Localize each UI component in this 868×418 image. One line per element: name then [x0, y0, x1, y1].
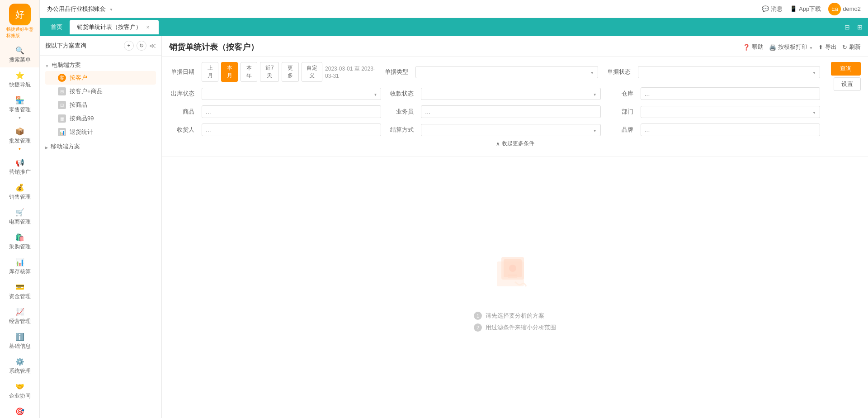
- date-label: 单据日期: [169, 68, 194, 76]
- sidebar-item-basic[interactable]: ℹ️ 基础信息: [0, 329, 39, 354]
- scheme-item-by-product[interactable]: ⊡ 按商品: [45, 98, 156, 112]
- desktop-group-chevron: [45, 62, 49, 69]
- ecommerce-icon: 🛒: [15, 208, 24, 217]
- by-customer-product-icon: ⊞: [58, 87, 66, 95]
- sidebar-item-marketing[interactable]: 📢 营销推广: [0, 155, 39, 180]
- sidebar: 好 畅捷通好生意 标账版 🔍 搜索菜单 ⭐ 快捷导航 🏪 零售管理 📦 批发管理…: [0, 0, 40, 418]
- empty-icon: [488, 243, 542, 306]
- app-selector[interactable]: 办公用品行业模拟账套: [47, 5, 106, 13]
- print-icon: 🖨️: [769, 44, 776, 51]
- export-icon: ⬆: [818, 44, 823, 51]
- payment-method-select[interactable]: [421, 124, 600, 136]
- tab-sales-stat[interactable]: 销货单统计表（按客户） ×: [70, 20, 159, 34]
- payment-method-label: 结算方式: [388, 126, 414, 134]
- filter-area: 单据日期 上月 本月 本年 近7天 更多 自定义 2023-03-01 至 20…: [162, 57, 868, 157]
- wholesale-chevron: [18, 146, 22, 151]
- last7-button[interactable]: 近7天: [260, 62, 279, 82]
- cooperation-icon: 🤝: [15, 382, 24, 391]
- brand-label: 品牌: [608, 126, 633, 134]
- sidebar-item-finance[interactable]: 💳 资金管理: [0, 279, 39, 304]
- doc-type-chevron: [590, 69, 594, 76]
- doc-type-select[interactable]: [415, 66, 598, 78]
- help-button[interactable]: ❓ 帮助: [743, 43, 764, 51]
- tab-maximize-button[interactable]: ⊞: [855, 22, 864, 33]
- sidebar-item-wholesale[interactable]: 📦 批发管理: [0, 124, 39, 155]
- sidebar-item-operation[interactable]: 📈 经营管理: [0, 304, 39, 329]
- logo-text: 畅捷通好生意 标账版: [6, 26, 33, 39]
- desktop-scheme-group: 电脑端方案 客 按客户 ⊞ 按客户+商品 ⊡ 按商品 ▦: [45, 59, 156, 139]
- product-label: 商品: [169, 108, 194, 116]
- receive-status-select[interactable]: [421, 88, 600, 100]
- sidebar-item-purchase[interactable]: 🛍️ 采购管理: [0, 229, 39, 254]
- collapse-conditions-button[interactable]: ∧ 收起更多条件: [169, 136, 861, 151]
- warehouse-label: 仓库: [608, 90, 633, 98]
- settings-button[interactable]: 设置: [834, 77, 861, 91]
- message-button[interactable]: 💬 消息: [762, 5, 783, 13]
- empty-state: 1 请先选择要分析的方案 2 用过滤条件来缩小分析范围: [162, 157, 868, 418]
- print-button[interactable]: 🖨️ 按模板打印: [769, 43, 813, 51]
- receive-status-label: 收款状态: [388, 90, 414, 98]
- dept-label: 部门: [608, 108, 633, 116]
- sidebar-item-retail[interactable]: 🏪 零售管理: [0, 92, 39, 124]
- mobile-group-header[interactable]: 移动端方案: [45, 141, 156, 152]
- tab-home[interactable]: 首页: [43, 20, 70, 34]
- date-filter: 上月 本月 本年 近7天 更多 自定义 2023-03-01 至 2023-03…: [202, 62, 376, 82]
- tab-minimize-button[interactable]: ⊟: [843, 22, 852, 33]
- tab-close-button[interactable]: ×: [144, 24, 151, 31]
- more-button[interactable]: 更多: [282, 62, 298, 82]
- dept-chevron: [812, 109, 816, 115]
- sidebar-item-inventory[interactable]: 📊 库存核算: [0, 254, 39, 279]
- scheme-item-by-customer-product[interactable]: ⊞ 按客户+商品: [45, 85, 156, 98]
- svg-point-3: [509, 265, 516, 272]
- receiver-select[interactable]: ...: [202, 124, 381, 136]
- desktop-group-header[interactable]: 电脑端方案: [45, 59, 156, 71]
- out-status-select[interactable]: [202, 88, 381, 100]
- add-scheme-button[interactable]: +: [124, 41, 134, 51]
- sidebar-item-sales[interactable]: 💰 销售管理: [0, 180, 39, 204]
- empty-tip-1: 1 请先选择要分析的方案: [474, 312, 556, 320]
- custom-button[interactable]: 自定义: [302, 62, 323, 82]
- product-select[interactable]: ...: [202, 105, 381, 118]
- sidebar-item-shortcut[interactable]: ⭐ 快捷导航: [0, 67, 39, 92]
- dept-select[interactable]: [641, 106, 820, 118]
- out-status-chevron: [373, 90, 377, 97]
- sidebar-item-search[interactable]: 🔍 搜索菜单: [0, 43, 39, 67]
- topbar: 办公用品行业模拟账套 💬 消息 📱 App下载 Ea demo2: [40, 0, 868, 18]
- scheme-item-return-stat[interactable]: 📊 退货统计: [45, 125, 156, 139]
- page-header: 销货单统计表（按客户） ❓ 帮助 🖨️ 按模板打印 ⬆ 导出: [162, 36, 868, 57]
- marketing-icon: 📢: [15, 158, 24, 167]
- date-range: 2023-03-01 至 2023-03-31: [325, 65, 376, 79]
- export-button[interactable]: ⬆ 导出: [818, 43, 837, 51]
- refresh-button[interactable]: ↻ 刷新: [842, 43, 861, 51]
- sidebar-item-newbie[interactable]: 🎯 新手引导: [0, 404, 39, 418]
- this-month-button[interactable]: 本月: [221, 62, 238, 82]
- app-dropdown-chevron[interactable]: [109, 5, 113, 12]
- collapse-panel-button[interactable]: ≪: [149, 42, 156, 49]
- doc-status-chevron: [812, 69, 816, 76]
- retail-icon: 🏪: [15, 96, 24, 104]
- side-panel: 按以下方案查询 + ↻ ≪ 电脑端方案 客 按客户: [40, 36, 162, 418]
- retail-chevron: [18, 115, 22, 120]
- query-button[interactable]: 查询: [831, 62, 861, 76]
- scheme-item-by-product-99[interactable]: ▦ 按商品99: [45, 112, 156, 125]
- sidebar-item-ecommerce[interactable]: 🛒 电商管理: [0, 204, 39, 229]
- warehouse-select[interactable]: ...: [641, 87, 820, 100]
- sidebar-item-system[interactable]: ⚙️ 系统管理: [0, 354, 39, 379]
- scheme-item-by-customer[interactable]: 客 按客户: [45, 71, 156, 85]
- main-panel: 销货单统计表（按客户） ❓ 帮助 🖨️ 按模板打印 ⬆ 导出: [162, 36, 868, 418]
- operation-icon: 📈: [15, 308, 24, 316]
- user-profile[interactable]: Ea demo2: [828, 3, 861, 15]
- filter-row-2: 出库状态 收款状态 仓库: [169, 87, 820, 100]
- main-area: 办公用品行业模拟账套 💬 消息 📱 App下载 Ea demo2 首页 销货单统…: [40, 0, 868, 418]
- system-icon: ⚙️: [15, 357, 24, 366]
- prev-month-button[interactable]: 上月: [202, 62, 218, 82]
- wholesale-icon: 📦: [15, 127, 24, 136]
- refresh-scheme-button[interactable]: ↻: [137, 41, 146, 51]
- by-product-99-icon: ▦: [58, 114, 66, 123]
- sidebar-item-cooperation[interactable]: 🤝 企业协同: [0, 379, 39, 404]
- salesperson-select[interactable]: ...: [421, 105, 600, 118]
- app-download-button[interactable]: 📱 App下载: [790, 5, 821, 13]
- this-year-button[interactable]: 本年: [241, 62, 257, 82]
- doc-status-select[interactable]: [638, 66, 820, 78]
- brand-select[interactable]: ...: [641, 124, 820, 136]
